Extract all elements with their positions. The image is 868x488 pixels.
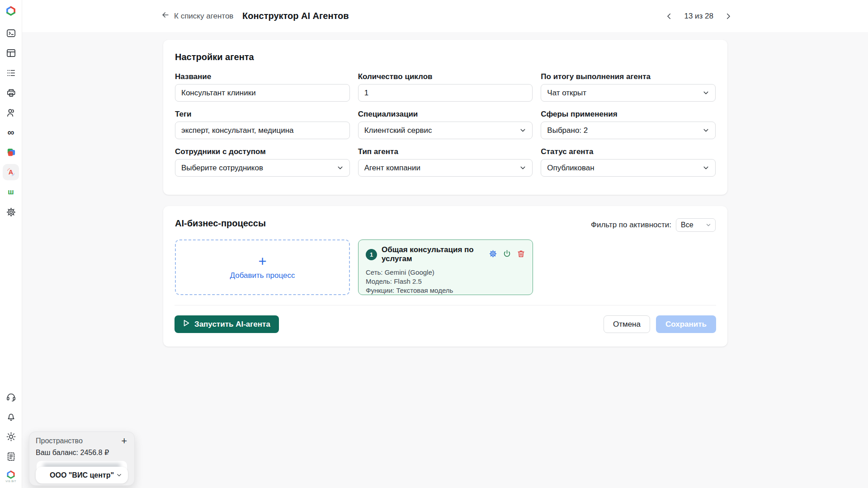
workspace-title: Пространство: [36, 437, 83, 445]
pager-next-button[interactable]: [724, 12, 732, 20]
field-agent-status-label: Статус агента: [541, 147, 716, 156]
tags-input[interactable]: [175, 122, 350, 139]
chevron-down-icon: [519, 164, 527, 172]
actions-row: Запустить AI-агента Отмена Сохранить: [175, 315, 716, 333]
agent-type-select[interactable]: Агент компании: [358, 159, 533, 177]
employees-select-value: Выберите сотрудников: [181, 164, 263, 173]
layout-table-icon: [6, 48, 16, 58]
agent-settings-form: Название Количество циклов По итогу выпо…: [175, 72, 716, 177]
specializations-select-value: Клиентский сервис: [364, 126, 432, 135]
field-spheres-label: Сферы применения: [541, 110, 716, 118]
workspace-popover: Пространство + Ваш баланс: 2456.8 ₽ ООО …: [29, 432, 135, 486]
infinity-icon: ∞: [8, 127, 14, 138]
process-model: Модель: Flash 2.5: [366, 277, 525, 286]
field-specializations: Специализации Клиентский сервис: [358, 110, 533, 139]
sidebar-item-boards[interactable]: [3, 45, 19, 61]
workspace-company-area: ООО "ВИС центр": [36, 461, 128, 483]
process-settings-button[interactable]: [489, 249, 497, 259]
apps-stack-icon: [6, 147, 16, 158]
workspace-add-button[interactable]: +: [120, 437, 128, 445]
sidebar-item-fax[interactable]: [3, 84, 19, 101]
sidebar-item-theme[interactable]: [3, 428, 19, 445]
field-name-label: Название: [175, 72, 350, 81]
pager-text: 13 из 28: [684, 12, 713, 21]
sidebar-item-employees[interactable]: [3, 104, 19, 121]
process-card-header: 1 Общая консультация по услугам: [366, 245, 525, 263]
plus-icon: +: [258, 255, 266, 268]
app-logo-icon[interactable]: [5, 5, 17, 20]
footer-logo-caption: VIS BIT: [5, 480, 16, 483]
chevron-down-icon: [336, 164, 344, 172]
bell-icon: [6, 412, 16, 422]
agent-settings-title: Настройки агента: [163, 40, 727, 62]
workspace-company-name: ООО "ВИС центр": [50, 471, 114, 479]
sidebar-item-terminal[interactable]: [3, 25, 19, 41]
power-icon: [503, 249, 511, 259]
sidebar-item-apps[interactable]: [3, 144, 19, 160]
agent-status-select-value: Опубликован: [547, 164, 594, 173]
add-process-label: Добавить процесс: [230, 271, 295, 280]
sidebar-item-notifications[interactable]: [3, 408, 19, 425]
fax-printer-icon: [6, 88, 16, 98]
pager-prev-button[interactable]: [665, 12, 673, 20]
field-employees: Сотрудники с доступом Выберите сотрудник…: [175, 147, 350, 177]
process-actions: [489, 249, 525, 259]
agents-a-icon: A: [5, 167, 16, 178]
field-tags-label: Теги: [175, 110, 350, 118]
chevron-down-icon: [116, 472, 123, 479]
sidebar-item-footer-logo[interactable]: VIS BIT: [3, 468, 19, 484]
field-specializations-label: Специализации: [358, 110, 533, 118]
cycles-input[interactable]: [358, 84, 533, 102]
activity-filter-select[interactable]: Все: [676, 218, 716, 232]
page-title: Конструктор AI Агентов: [242, 0, 349, 32]
result-select[interactable]: Чат открыт: [541, 84, 716, 102]
trash-icon: [517, 249, 525, 259]
terminal-icon: [6, 28, 16, 38]
sidebar-item-settings[interactable]: [3, 204, 19, 220]
chevron-down-icon: [705, 222, 712, 228]
field-result: По итогу выполнения агента Чат открыт: [541, 72, 716, 102]
employees-select[interactable]: Выберите сотрудников: [175, 159, 350, 177]
sidebar: ∞ A: [0, 0, 22, 488]
sidebar-item-ai-agents[interactable]: A: [3, 164, 19, 180]
specializations-select[interactable]: Клиентский сервис: [358, 122, 533, 139]
agent-status-select[interactable]: Опубликован: [541, 159, 716, 177]
process-power-button[interactable]: [503, 249, 511, 259]
activity-filter-value: Все: [681, 221, 693, 229]
add-process-button[interactable]: + Добавить процесс: [175, 239, 350, 295]
sidebar-item-support[interactable]: [3, 389, 19, 405]
pager: 13 из 28: [665, 0, 732, 32]
save-button[interactable]: Сохранить: [656, 315, 716, 333]
footer-logo-icon: [5, 470, 16, 481]
process-delete-button[interactable]: [517, 249, 525, 259]
workspace-balance: Ваш баланс: 2456.8 ₽: [36, 448, 128, 457]
settings-gear-icon: [6, 207, 16, 217]
svg-text:A: A: [9, 169, 14, 176]
topbar: К списку агентов Конструктор AI Агентов …: [22, 0, 868, 32]
gear-icon: [489, 249, 497, 259]
sidebar-item-tasks[interactable]: [3, 65, 19, 81]
agent-settings-card: Настройки агента Название Количество цик…: [163, 40, 727, 195]
list-icon: [6, 68, 16, 78]
sidebar-item-documents[interactable]: [3, 448, 19, 465]
name-input[interactable]: [175, 84, 350, 102]
sidebar-item-w-module[interactable]: ш: [3, 184, 19, 200]
cancel-button[interactable]: Отмена: [604, 315, 650, 333]
field-name: Название: [175, 72, 350, 102]
field-agent-type-label: Тип агента: [358, 147, 533, 156]
workspace-company-select[interactable]: ООО "ВИС центр": [36, 467, 128, 483]
sidebar-item-integrations[interactable]: ∞: [3, 124, 19, 141]
processes-card: AI-бизнес-процессы Фильтр по активности:…: [163, 206, 727, 347]
field-cycles-label: Количество циклов: [358, 72, 533, 81]
back-to-agents-link[interactable]: К списку агентов: [161, 0, 233, 32]
divider: [175, 305, 716, 305]
field-tags: Теги: [175, 110, 350, 139]
play-icon: [183, 319, 190, 329]
spheres-select[interactable]: Выбрано: 2: [541, 122, 716, 139]
back-arrow-icon: [161, 10, 170, 22]
run-agent-button[interactable]: Запустить AI-агента: [175, 315, 279, 333]
field-result-label: По итогу выполнения агента: [541, 72, 716, 81]
process-card[interactable]: 1 Общая консультация по услугам Сеть: Ge…: [358, 239, 533, 295]
process-network: Сеть: Gemini (Google): [366, 268, 525, 277]
activity-filter: Фильтр по активности: Все: [591, 218, 716, 232]
